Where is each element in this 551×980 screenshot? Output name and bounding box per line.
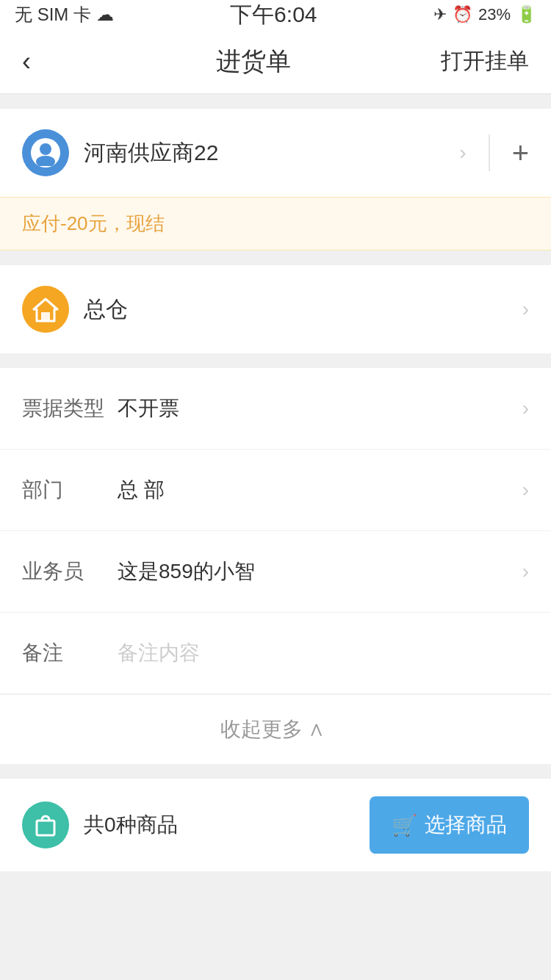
- page-bottom: [0, 871, 551, 980]
- select-product-button[interactable]: 🛒 选择商品: [370, 796, 529, 854]
- add-supplier-button[interactable]: +: [512, 137, 529, 170]
- shopping-bag-icon: [32, 812, 59, 838]
- supplier-card: 河南供应商22 › + 应付-20元，现结: [0, 109, 551, 251]
- invoice-type-label: 票据类型: [22, 394, 118, 422]
- salesperson-chevron-icon: ›: [522, 560, 529, 583]
- remark-row[interactable]: 备注 备注内容: [0, 613, 551, 694]
- open-pending-button[interactable]: 打开挂单: [441, 46, 529, 76]
- svg-point-1: [36, 156, 55, 166]
- warehouse-name: 总仓: [84, 295, 522, 325]
- invoice-type-chevron-icon: ›: [522, 397, 529, 420]
- back-button[interactable]: ‹: [22, 46, 66, 77]
- department-chevron-icon: ›: [522, 478, 529, 502]
- bottom-bar: 共0种商品 🛒 选择商品: [0, 779, 551, 871]
- svg-rect-4: [37, 821, 54, 835]
- location-icon: ✈: [433, 5, 447, 24]
- collapse-row[interactable]: 收起更多 ∧: [0, 694, 551, 764]
- department-value: 总 部: [118, 476, 522, 504]
- status-bar: 无 SIM 卡 ☁ 下午6:04 ✈ ⏰ 23% 🔋: [0, 0, 551, 29]
- supplier-name: 河南供应商22: [84, 138, 459, 168]
- supplier-row[interactable]: 河南供应商22 › +: [0, 109, 551, 197]
- battery-icon: 🔋: [516, 5, 536, 24]
- svg-rect-3: [41, 312, 50, 321]
- supplier-avatar: [22, 129, 69, 176]
- invoice-type-row[interactable]: 票据类型 不开票 ›: [0, 368, 551, 450]
- cart-icon: 🛒: [392, 813, 417, 837]
- salesperson-value: 这是859的小智: [118, 558, 522, 586]
- remark-label: 备注: [22, 639, 118, 667]
- product-count: 共0种商品: [84, 811, 370, 839]
- department-row[interactable]: 部门 总 部 ›: [0, 450, 551, 531]
- nav-bar: ‹ 进货单 打开挂单: [0, 29, 551, 94]
- product-icon: [22, 801, 69, 849]
- sim-indicator: 无 SIM 卡 ☁: [15, 3, 114, 26]
- avatar-icon: [31, 138, 60, 167]
- alarm-icon: ⏰: [453, 5, 472, 24]
- form-section: 票据类型 不开票 › 部门 总 部 › 业务员 这是859的小智 › 备注 备注…: [0, 368, 551, 764]
- status-left: 无 SIM 卡 ☁: [15, 3, 114, 26]
- content: 河南供应商22 › + 应付-20元，现结 总仓 › 票据类型 不开票 › 部: [0, 94, 551, 980]
- divider: [489, 134, 490, 171]
- warehouse-icon: [22, 286, 69, 333]
- notice-text: 应付-20元，现结: [22, 212, 165, 234]
- invoice-type-value: 不开票: [118, 394, 522, 422]
- person-icon: [32, 140, 59, 166]
- home-icon: [32, 296, 59, 323]
- status-right: ✈ ⏰ 23% 🔋: [433, 5, 536, 24]
- salesperson-label: 业务员: [22, 558, 118, 586]
- section-gap-1: [0, 94, 551, 109]
- notice-bar: 应付-20元，现结: [0, 197, 551, 251]
- warehouse-chevron-icon: ›: [522, 298, 529, 321]
- battery-level: 23%: [478, 5, 511, 24]
- collapse-label: 收起更多 ∧: [220, 716, 325, 743]
- remark-input[interactable]: 备注内容: [118, 639, 529, 667]
- page-title: 进货单: [216, 45, 291, 79]
- salesperson-row[interactable]: 业务员 这是859的小智 ›: [0, 531, 551, 613]
- svg-point-0: [40, 143, 51, 155]
- department-label: 部门: [22, 476, 118, 504]
- status-time: 下午6:04: [230, 0, 317, 30]
- warehouse-row[interactable]: 总仓 ›: [0, 265, 551, 353]
- supplier-chevron-icon: ›: [459, 141, 466, 165]
- select-product-label: 选择商品: [425, 811, 507, 839]
